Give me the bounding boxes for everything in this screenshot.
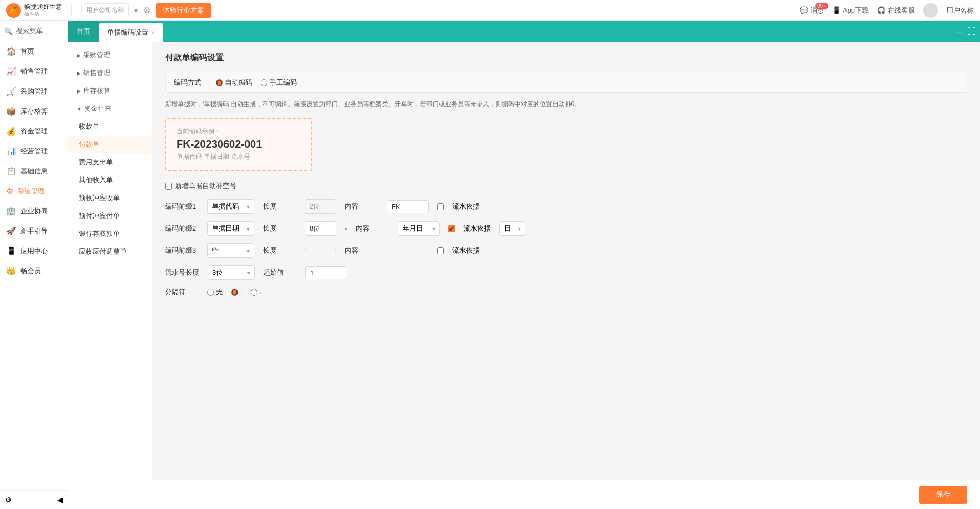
prefix1-type-select[interactable]: 单据代码 ▾ <box>207 199 254 214</box>
start-value-input[interactable] <box>305 266 347 279</box>
separator-label: 分隔符 <box>165 287 199 297</box>
sub-nav-item-other-income[interactable]: 其他收入单 <box>68 171 152 189</box>
sub-nav-item-bank-deposit[interactable]: 银行存取款单 <box>68 225 152 243</box>
sub-nav-item-receipt[interactable]: 收款单 <box>68 118 152 136</box>
prefix2-serial-label: 流水依据 <box>463 224 491 233</box>
dropdown-arrow-icon: ▾ <box>247 204 250 210</box>
sidebar-item-finance[interactable]: 💰 资金管理 <box>0 121 68 141</box>
sidebar-item-member[interactable]: 👑 畅会员 <box>0 261 68 281</box>
sub-nav-group-label: 库存核算 <box>83 86 110 96</box>
sidebar-settings-icon[interactable]: ⚙ <box>5 496 12 504</box>
sidebar-item-enterprise[interactable]: 🏢 企业协同 <box>0 201 68 221</box>
dropdown-arrow-icon: ▾ <box>432 226 435 232</box>
prefix2-length-input[interactable]: 8位 <box>305 221 336 236</box>
message-item[interactable]: 💬 消息 99+ <box>800 6 824 15</box>
separator-dash-input[interactable] <box>251 289 257 296</box>
page-title: 付款单编码设置 <box>165 53 967 64</box>
form-row-prefix3: 编码前缀3 空 ▾ 长度 内容 流水依据 <box>165 243 967 258</box>
sidebar-item-inventory[interactable]: 📦 库存核算 <box>0 101 68 121</box>
radio-manual-input[interactable] <box>261 79 267 86</box>
sales-icon: 📈 <box>6 67 16 76</box>
experience-button[interactable]: 体验行业方案 <box>156 3 211 18</box>
sub-nav-group-purchase[interactable]: ▶ 采购管理 <box>68 46 152 64</box>
sidebar-search[interactable]: 🔍 搜索菜单 <box>0 21 68 41</box>
prefix1-label: 编码前缀1 <box>165 202 199 211</box>
sidebar-item-guide[interactable]: 🚀 新手引导 <box>0 221 68 241</box>
logo-sub: 插件版 <box>24 11 62 17</box>
collapse-arrow-icon: ▶ <box>77 53 81 58</box>
app-download-item[interactable]: 📱 App下载 <box>832 6 869 15</box>
sidebar-item-purchase[interactable]: 🛒 采购管理 <box>0 81 68 101</box>
sub-nav-item-prepay-receivable[interactable]: 预收冲应收单 <box>68 189 152 207</box>
sidebar-item-sales[interactable]: 📈 销售管理 <box>0 61 68 81</box>
sub-nav-item-receivable-adjust[interactable]: 应收应付调整单 <box>68 243 152 261</box>
sidebar-collapse-icon[interactable]: ◀ <box>57 496 63 504</box>
sub-nav-item-expense[interactable]: 费用支出单 <box>68 153 152 171</box>
sidebar-item-system[interactable]: ⚙ 系统管理 <box>0 181 68 201</box>
radio-group-encode: 自动编码 手工编码 <box>216 78 297 87</box>
radio-manual-label: 手工编码 <box>270 78 297 87</box>
serial-length-select[interactable]: 3位 ▾ <box>208 265 255 280</box>
prefix1-length-label: 长度 <box>263 202 296 211</box>
dropdown-arrow-icon: ▾ <box>247 270 250 276</box>
prefix2-serial-checkbox[interactable] <box>448 225 455 232</box>
prefix3-length-label: 长度 <box>263 246 296 255</box>
divider <box>71 5 72 16</box>
bottom-bar: 保存 <box>152 480 980 509</box>
prefix3-serial-checkbox[interactable] <box>437 247 444 254</box>
sidebar-item-label: 应用中心 <box>20 246 48 256</box>
radio-auto[interactable]: 自动编码 <box>216 78 252 87</box>
form-area: 付款单编码设置 编码方式 自动编码 手工编码 <box>152 42 980 480</box>
settings-icon[interactable]: ⚙ <box>143 5 150 15</box>
prefix1-type-value: 单据代码 <box>212 202 239 211</box>
sidebar-item-operations[interactable]: 📊 经营管理 <box>0 141 68 161</box>
sub-nav-group-capital[interactable]: ▼ 资金往来 <box>68 100 152 118</box>
prefix3-type-select[interactable]: 空 ▾ <box>207 243 254 258</box>
encode-method-bar: 编码方式 自动编码 手工编码 <box>165 72 967 93</box>
sidebar-item-apps[interactable]: 📱 应用中心 <box>0 241 68 261</box>
auto-fill-checkbox[interactable] <box>165 183 172 190</box>
code-preview-value: FK-20230602-001 <box>177 138 301 150</box>
inner-layout: ▶ 采购管理 ▶ 销售管理 ▶ 库存核算 ▼ 资金往来 收款单 <box>68 42 980 509</box>
sidebar-item-label: 企业协同 <box>20 206 48 216</box>
sidebar-item-basic[interactable]: 📋 基础信息 <box>0 161 68 181</box>
prefix1-serial-checkbox[interactable] <box>437 203 444 210</box>
service-item[interactable]: 🎧 在线客服 <box>877 6 915 15</box>
dropdown-arrow-icon: ▾ <box>518 226 521 232</box>
start-value-label: 起始值 <box>263 268 297 277</box>
tab-close-icon[interactable]: × <box>151 29 155 36</box>
prefix2-type-select[interactable]: 单据日期 ▾ <box>207 221 254 236</box>
minimize-icon[interactable]: — <box>955 27 963 36</box>
sidebar-item-home[interactable]: 🏠 首页 <box>0 41 68 61</box>
separator-dot[interactable]: · <box>231 288 242 296</box>
content-area: 首页 单据编码设置 × — ⛶ ▶ 采购管理 ▶ 销售管理 <box>68 21 980 509</box>
tab-home[interactable]: 首页 <box>68 21 99 42</box>
separator-dash[interactable]: · <box>251 288 262 296</box>
sub-nav-item-label: 费用支出单 <box>79 158 113 167</box>
save-button[interactable]: 保存 <box>919 486 967 504</box>
dropdown-arrow-icon[interactable]: ▾ <box>134 6 138 15</box>
sub-nav-group-sales[interactable]: ▶ 销售管理 <box>68 64 152 82</box>
prefix2-content-select[interactable]: 年月日 ▾ <box>398 221 440 236</box>
maximize-icon[interactable]: ⛶ <box>967 27 976 36</box>
service-icon: 🎧 <box>877 6 885 14</box>
serial-length-value: 3位 <box>212 268 223 277</box>
prefix3-length-input <box>305 248 336 253</box>
collapse-arrow-icon: ▶ <box>77 70 81 76</box>
avatar[interactable] <box>923 3 938 18</box>
message-icon: 💬 <box>800 6 808 14</box>
prefix1-content-input[interactable] <box>387 200 429 213</box>
separator-none-input[interactable] <box>207 289 214 296</box>
radio-manual[interactable]: 手工编码 <box>261 78 297 87</box>
serial-length-row: 流水号长度 3位 ▾ 起始值 <box>165 265 967 280</box>
sub-nav-item-payment[interactable]: 付款单 <box>68 136 152 153</box>
separator-none[interactable]: 无 <box>207 287 223 297</box>
prefix2-serial-unit-select[interactable]: 日 ▾ <box>499 221 525 236</box>
company-selector[interactable]: 用户公司名称 <box>81 3 129 17</box>
basic-icon: 📋 <box>6 167 16 176</box>
tab-serial-settings[interactable]: 单据编码设置 × <box>99 23 163 42</box>
sub-nav-item-prepay-payable[interactable]: 预付冲应付单 <box>68 207 152 225</box>
radio-auto-input[interactable] <box>216 79 223 86</box>
separator-dot-input[interactable] <box>231 289 238 296</box>
sub-nav-group-inventory[interactable]: ▶ 库存核算 <box>68 82 152 100</box>
